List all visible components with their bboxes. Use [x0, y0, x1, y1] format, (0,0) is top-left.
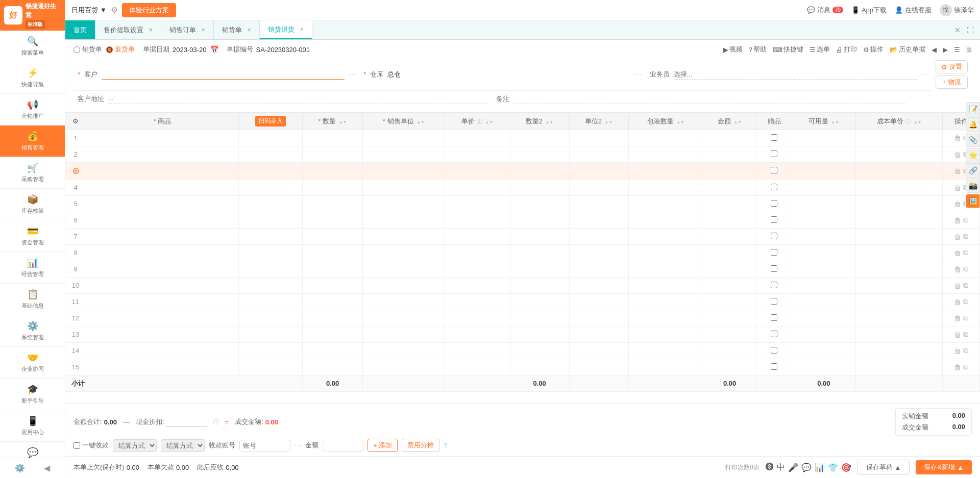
- pack-qty-cell[interactable]: [628, 146, 703, 163]
- copy-row-icon[interactable]: ⧉: [963, 346, 968, 355]
- cost-price-cell[interactable]: [856, 343, 943, 359]
- amount-cell[interactable]: [703, 180, 756, 196]
- rf-photo-btn[interactable]: 📸: [966, 179, 980, 193]
- unit-price-cell[interactable]: [445, 196, 510, 212]
- delete-row-icon[interactable]: 🗑: [954, 265, 961, 273]
- qty2-cell[interactable]: [510, 146, 569, 163]
- qty2-cell[interactable]: [510, 229, 569, 245]
- product-cell[interactable]: [86, 278, 239, 294]
- gift-checkbox[interactable]: [771, 150, 777, 157]
- list-view-icon[interactable]: ☰: [954, 46, 960, 54]
- unit2-cell[interactable]: [569, 294, 628, 310]
- copy-row-icon[interactable]: ⧉: [963, 297, 968, 306]
- copy-row-icon[interactable]: ⧉: [963, 314, 968, 322]
- qty2-cell[interactable]: [510, 294, 569, 310]
- amount-cell[interactable]: [703, 196, 756, 212]
- gift-checkbox[interactable]: [771, 134, 777, 141]
- sales-unit-cell[interactable]: [363, 229, 445, 245]
- sales-unit-cell[interactable]: [363, 130, 445, 146]
- copy-row-icon[interactable]: ⧉: [963, 216, 968, 224]
- unit-price-info-icon[interactable]: ⓘ: [477, 118, 482, 124]
- unit2-cell[interactable]: [569, 180, 628, 196]
- unit-price-cell[interactable]: [445, 278, 510, 294]
- qty2-cell[interactable]: [510, 130, 569, 146]
- col-config[interactable]: ⚙: [65, 113, 86, 130]
- unit2-cell[interactable]: [569, 146, 628, 163]
- qty2-cell[interactable]: [510, 326, 569, 343]
- qty2-cell[interactable]: [510, 180, 569, 196]
- status-icon-6[interactable]: 👕: [828, 463, 838, 472]
- quantity-cell[interactable]: [302, 245, 362, 261]
- status-icon-4[interactable]: 💬: [801, 463, 812, 472]
- delete-row-icon[interactable]: 🗑: [954, 314, 961, 322]
- sidebar-item-basics[interactable]: 📋 基础信息: [0, 284, 65, 315]
- unit2-cell[interactable]: [569, 326, 628, 343]
- delete-row-icon[interactable]: 🗑: [954, 282, 961, 290]
- pack-qty-cell[interactable]: [628, 359, 703, 375]
- sidebar-item-enterprise[interactable]: 🤝 企业协同: [0, 347, 65, 379]
- gift-checkbox[interactable]: [771, 363, 777, 370]
- amount-cell[interactable]: [703, 163, 756, 180]
- product-cell[interactable]: [86, 146, 239, 163]
- pack-qty-cell[interactable]: [628, 294, 703, 310]
- delete-row-icon[interactable]: 🗑: [954, 331, 961, 339]
- cost-price-cell[interactable]: [856, 278, 943, 294]
- unit2-sort-icon[interactable]: ▲▼: [605, 120, 613, 124]
- sales-bill-close[interactable]: ✕: [247, 27, 251, 33]
- sales-unit-cell[interactable]: [363, 294, 445, 310]
- unit2-cell[interactable]: [569, 196, 628, 212]
- available-cell[interactable]: [792, 245, 855, 261]
- rf-star-btn[interactable]: ⭐: [966, 148, 980, 162]
- expand-icon[interactable]: ⛶: [965, 25, 976, 35]
- sales-unit-cell[interactable]: [363, 310, 445, 326]
- tab-sales-return[interactable]: 销货退货 ✕: [260, 20, 312, 39]
- collapse-icon[interactable]: ◀: [44, 463, 50, 473]
- qty-sort-icon[interactable]: ▲▼: [339, 120, 347, 124]
- customer-input[interactable]: [102, 69, 345, 80]
- cost-price-cell[interactable]: [856, 359, 943, 375]
- print-btn[interactable]: 🖨 打印: [836, 45, 857, 54]
- cost-price-cell[interactable]: [856, 326, 943, 343]
- cost-price-cell[interactable]: [856, 146, 943, 163]
- cost-price-cell[interactable]: [856, 310, 943, 326]
- sidebar-item-operations[interactable]: 📊 经营管理: [0, 252, 65, 284]
- gift-checkbox[interactable]: [771, 200, 777, 207]
- available-cell[interactable]: [792, 278, 855, 294]
- sidebar-item-finance[interactable]: 💳 资金管理: [0, 220, 65, 252]
- unit-price-cell[interactable]: [445, 146, 510, 163]
- pack-qty-cell[interactable]: [628, 278, 703, 294]
- product-cell[interactable]: [86, 245, 239, 261]
- unit2-cell[interactable]: [569, 343, 628, 359]
- available-cell[interactable]: [792, 130, 855, 146]
- one-key-payment-checkbox[interactable]: 一键收款: [74, 441, 109, 450]
- amount-cell[interactable]: [703, 229, 756, 245]
- tab-price-extract[interactable]: 售价提取设置 ✕: [95, 20, 161, 39]
- address-input[interactable]: [108, 94, 488, 104]
- product-cell[interactable]: [86, 130, 239, 146]
- sales-unit-cell[interactable]: [363, 343, 445, 359]
- qty2-cell[interactable]: [510, 196, 569, 212]
- cost-price-cell[interactable]: [856, 212, 943, 229]
- unit-price-cell[interactable]: [445, 261, 510, 278]
- select-bill-btn[interactable]: ☰ 选单: [810, 45, 830, 54]
- unit2-cell[interactable]: [569, 359, 628, 375]
- amount-cell[interactable]: [703, 294, 756, 310]
- gift-checkbox[interactable]: [771, 347, 777, 354]
- cost-price-cell[interactable]: [856, 245, 943, 261]
- quantity-cell[interactable]: [302, 294, 362, 310]
- settlement-method-select[interactable]: 结算方式: [161, 439, 205, 452]
- customer-select-icon[interactable]: ···: [349, 70, 355, 79]
- delete-row-icon[interactable]: 🗑: [954, 134, 961, 142]
- save-draft-btn[interactable]: 保存草稿 ▲: [857, 460, 910, 475]
- rf-alert-btn[interactable]: 🔔: [966, 117, 980, 132]
- equals-sign[interactable]: =: [225, 418, 229, 426]
- available-cell[interactable]: [792, 229, 855, 245]
- price-extract-close[interactable]: ✕: [149, 27, 153, 33]
- cost-sort-icon[interactable]: ▲▼: [914, 120, 922, 124]
- close-all-icon[interactable]: ✕: [952, 25, 963, 35]
- settlement-select[interactable]: 结算方式: [113, 439, 157, 452]
- gift-checkbox[interactable]: [771, 233, 777, 239]
- quantity-cell[interactable]: [302, 130, 362, 146]
- gift-checkbox[interactable]: [771, 331, 777, 337]
- qty2-cell[interactable]: [510, 245, 569, 261]
